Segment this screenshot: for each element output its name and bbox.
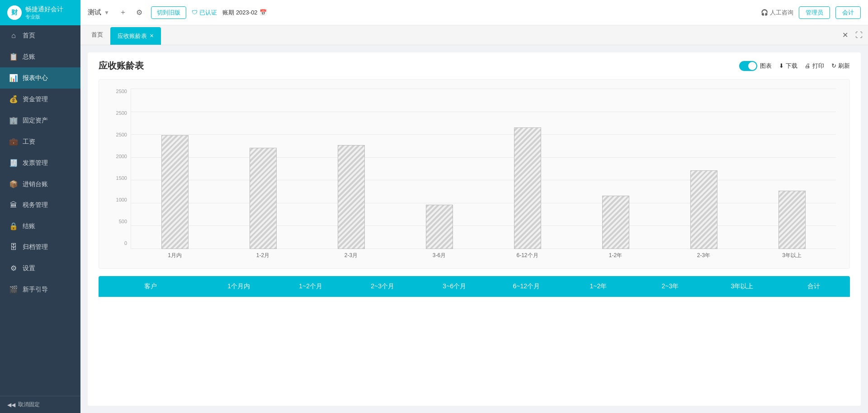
report-page: 应收账龄表 图表 ⬇ 下载 🖨 打印 ↻ [88, 52, 861, 406]
bar-group [396, 205, 484, 249]
table-header-cell: 合计 [778, 276, 850, 297]
bar [250, 148, 277, 249]
workspace-chevron-icon: ▼ [104, 9, 109, 16]
settings-button[interactable]: ⚙ [133, 6, 146, 19]
sidebar-item-home[interactable]: ⌂ 首页 [0, 25, 80, 46]
report-header: 应收账龄表 图表 ⬇ 下载 🖨 打印 ↻ [99, 60, 850, 72]
tab-aging-label: 应收账龄表 [118, 32, 147, 40]
app-name-block: 畅捷通好会计 专业版 [25, 5, 63, 20]
bar-group [131, 135, 219, 249]
sidebar-icon-tax: 🏛 [9, 201, 18, 209]
table-header-cell: 1~2个月 [275, 276, 347, 297]
chart-container: 2500250025002000150010005000 1月内1-2月2-3月… [113, 89, 836, 259]
bar-group [307, 145, 396, 249]
sidebar-item-tax[interactable]: 🏛 税务管理 [0, 195, 80, 216]
admin-button[interactable]: 管理员 [799, 6, 830, 19]
tab-home[interactable]: 首页 [84, 25, 110, 45]
app-edition: 专业版 [25, 14, 63, 20]
tab-home-label: 首页 [91, 31, 103, 39]
refresh-icon: ↻ [831, 62, 836, 69]
page-area: 应收账龄表 图表 ⬇ 下载 🖨 打印 ↻ [80, 45, 868, 413]
sidebar-nav: ⌂ 首页 📋 总账 📊 报表中心 💰 资金管理 🏢 固定资产 💼 工资 🧾 发票… [0, 25, 80, 396]
bar [690, 170, 717, 249]
table-header-cell: 2~3个月 [347, 276, 419, 297]
sidebar-item-guide[interactable]: 🎬 新手引导 [0, 279, 80, 300]
sidebar-item-archive[interactable]: 🗄 归档管理 [0, 237, 80, 258]
calendar-icon[interactable]: 📅 [259, 9, 267, 16]
bar [161, 135, 189, 249]
sidebar-icon-archive: 🗄 [9, 243, 18, 251]
bar [602, 196, 629, 249]
table-header-cell: 1个月内 [203, 276, 275, 297]
table-header-cell: 6~12个月 [491, 276, 562, 297]
tab-aging[interactable]: 应收账龄表 ✕ [110, 27, 161, 45]
sidebar-label-assets: 固定资产 [23, 117, 48, 125]
service-label: 人工咨询 [770, 9, 793, 17]
sidebar: 财 畅捷通好会计 专业版 ⌂ 首页 📋 总账 📊 报表中心 💰 资金管理 🏢 固… [0, 0, 80, 413]
main-content: 测试 ▼ ＋ ⚙ 切到旧版 🛡 已认证 账期 2023-02 📅 🎧 人工咨询 … [80, 0, 868, 413]
sidebar-icon-capital: 💰 [9, 95, 18, 103]
y-label: 500 [119, 219, 127, 224]
chart-toggle-wrap: 图表 [739, 61, 772, 71]
gridline [131, 89, 836, 89]
table-header-cell: 2~3年 [634, 276, 706, 297]
sidebar-item-close[interactable]: 🔒 结账 [0, 216, 80, 237]
sidebar-item-invoice[interactable]: 🧾 发票管理 [0, 152, 80, 174]
sidebar-icon-guide: 🎬 [9, 285, 18, 294]
table-header-cell: 3~6个月 [419, 276, 491, 297]
sidebar-item-salary[interactable]: 💼 工资 [0, 131, 80, 152]
download-button[interactable]: ⬇ 下载 [779, 62, 797, 70]
switch-old-button[interactable]: 切到旧版 [151, 6, 186, 19]
sidebar-label-capital: 资金管理 [23, 95, 48, 103]
sidebar-item-settings[interactable]: ⚙ 设置 [0, 258, 80, 279]
tabs-right: ✕ ⛶ [840, 25, 864, 45]
verified-label: 已认证 [199, 9, 217, 17]
bar [778, 191, 806, 249]
table-header-cell: 1~2年 [562, 276, 634, 297]
sidebar-item-reports[interactable]: 📊 报表中心 [0, 67, 80, 89]
service-button[interactable]: 🎧 人工咨询 [761, 9, 793, 17]
sidebar-label-reports: 报表中心 [23, 74, 48, 82]
x-label: 3年以上 [748, 249, 836, 259]
table-header-cell: 客户 [99, 276, 203, 297]
chart-body: 1月内1-2月2-3月3-6月6-12个月1-2年2-3年3年以上 [131, 89, 836, 259]
table-header-cell: 3年以上 [706, 276, 778, 297]
x-label: 1-2年 [571, 249, 660, 259]
sidebar-icon-home: ⌂ [9, 32, 18, 40]
bar [338, 145, 365, 249]
print-button[interactable]: 🖨 打印 [805, 62, 824, 70]
close-window-button[interactable]: ✕ [840, 29, 850, 41]
bar [426, 205, 453, 249]
chart-toggle[interactable] [739, 61, 757, 71]
app-name: 畅捷通好会计 [25, 5, 63, 13]
sidebar-icon-salary: 💼 [9, 137, 18, 146]
chart-area: 2500250025002000150010005000 1月内1-2月2-3月… [99, 79, 850, 269]
headset-icon: 🎧 [761, 9, 768, 16]
cancel-fixed-button[interactable]: ◀◀ 取消固定 [0, 396, 80, 413]
sidebar-label-stock: 进销台账 [23, 180, 48, 188]
cancel-fixed-label: 取消固定 [18, 401, 40, 408]
sidebar-item-capital[interactable]: 💰 资金管理 [0, 89, 80, 110]
sidebar-icon-assets: 🏢 [9, 116, 18, 125]
sidebar-label-ledger: 总账 [23, 53, 35, 61]
y-label: 2500 [116, 89, 127, 94]
sidebar-item-stock[interactable]: 📦 进销台账 [0, 174, 80, 195]
x-label: 1-2月 [219, 249, 307, 259]
add-button[interactable]: ＋ [117, 6, 129, 19]
chart-toggle-label: 图表 [760, 62, 772, 70]
sidebar-item-ledger[interactable]: 📋 总账 [0, 46, 80, 67]
sidebar-label-tax: 税务管理 [23, 201, 48, 209]
x-labels: 1月内1-2月2-3月3-6月6-12个月1-2年2-3年3年以上 [131, 249, 836, 259]
close-tab-icon[interactable]: ✕ [150, 33, 154, 39]
pin-left-icon: ◀◀ [7, 402, 15, 408]
bar [514, 127, 541, 249]
sidebar-item-assets[interactable]: 🏢 固定资产 [0, 110, 80, 131]
refresh-button[interactable]: ↻ 刷新 [831, 62, 850, 70]
bar-group [219, 148, 307, 249]
sidebar-label-close: 结账 [23, 222, 35, 230]
expand-button[interactable]: ⛶ [854, 29, 864, 41]
gridline [131, 112, 836, 112]
y-label: 2500 [116, 132, 127, 137]
role-button[interactable]: 会计 [835, 6, 861, 19]
sidebar-label-archive: 归档管理 [23, 243, 48, 251]
